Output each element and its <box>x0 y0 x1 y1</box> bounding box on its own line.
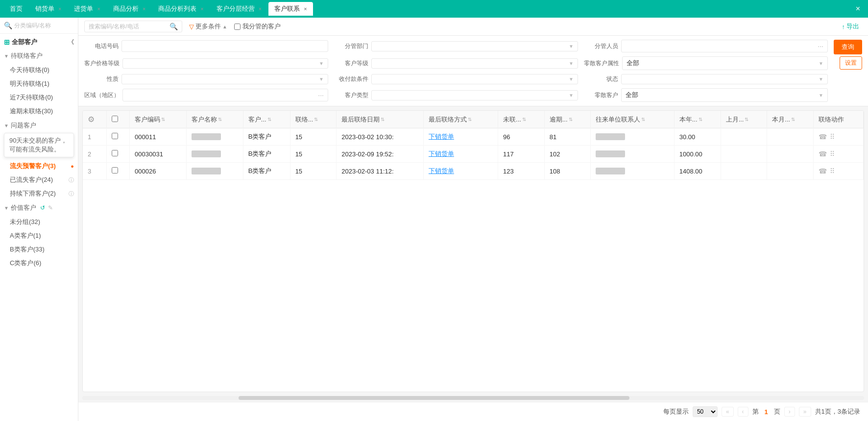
settings-btn[interactable]: 设置 <box>840 56 862 70</box>
refresh-icon[interactable]: ↺ <box>40 204 45 211</box>
region-select[interactable]: ··· <box>122 89 328 101</box>
payment-select[interactable]: ▼ <box>371 74 578 84</box>
filter-cell-nature: 性质 ▼ <box>84 74 328 84</box>
th-contact[interactable]: 联络... ⇅ <box>290 111 337 128</box>
nav-tab-analysis-label: 商品分析 <box>113 4 139 13</box>
td-method-2: 下销货单 <box>423 146 498 163</box>
sidebar-item-overdue[interactable]: 逾期未联络(30) <box>0 104 78 118</box>
contact-action-icon-2[interactable]: ☎ <box>819 150 827 158</box>
sidebar-item-typeA[interactable]: A类客户(1) <box>0 229 78 243</box>
th-overdue[interactable]: 逾期... ⇅ <box>544 111 591 128</box>
sidebar-item-today[interactable]: 今天待联络(0) <box>0 63 78 77</box>
th-this-month[interactable]: 本月... ⇅ <box>767 111 814 128</box>
sidebar-item-7days[interactable]: 近7天待联络(0) <box>0 91 78 104</box>
th-last-method[interactable]: 最后联络方式 ⇅ <box>423 111 498 128</box>
row-checkbox-3[interactable] <box>112 167 118 173</box>
query-btn[interactable]: 查询 <box>834 40 862 54</box>
current-page: 1 <box>763 408 770 416</box>
export-label: 导出 <box>846 22 859 31</box>
export-btn[interactable]: ↑ 导出 <box>839 21 863 32</box>
nav-tab-customer-segment-close[interactable]: × <box>259 6 262 12</box>
nav-tab-sales[interactable]: 销货单 × <box>29 2 67 16</box>
next-page-btn[interactable]: › <box>784 407 795 417</box>
method-link-2[interactable]: 下销货单 <box>429 150 454 157</box>
scrollbar-thumb[interactable] <box>239 396 629 400</box>
nav-tab-customer-segment[interactable]: 客户分层经营 × <box>211 2 267 16</box>
sidebar-item-tomorrow[interactable]: 明天待联络(1) <box>0 77 78 91</box>
nav-tab-analysis[interactable]: 商品分析 × <box>107 2 151 16</box>
sidebar-search-input[interactable] <box>14 22 78 29</box>
person-more-icon[interactable]: ··· <box>818 42 823 50</box>
sidebar-group-problem[interactable]: ▼ 问题客户 <box>0 118 78 133</box>
nav-tab-analysis-list[interactable]: 商品分析列表 × <box>152 2 209 16</box>
th-last-date[interactable]: 最后联络日期 ⇅ <box>337 111 424 128</box>
collapse-icon: 《 <box>68 38 74 47</box>
filter-cell-cust-type: 客户类型 ▼ <box>334 90 578 100</box>
nav-tab-home[interactable]: 首页 <box>4 2 28 16</box>
main-search-input[interactable] <box>89 23 168 30</box>
dept-select[interactable]: ▼ <box>371 41 578 51</box>
retail-attr-select[interactable]: 全部 ▼ <box>622 56 828 70</box>
my-customers-checkbox-label[interactable]: 我分管的客户 <box>234 22 281 31</box>
per-page-select[interactable]: 50 100 200 <box>693 406 718 417</box>
sidebar-all-customers[interactable]: ⊞ 全部客户 《 <box>0 34 78 49</box>
sort-last-method-icon: ⇅ <box>468 117 472 122</box>
method-link-3[interactable]: 下销货单 <box>429 167 454 174</box>
retail-cust-select[interactable]: 全部 ▼ <box>621 88 828 102</box>
filter-panel: 电话号码 分管部门 ▼ 分管人员 <box>78 36 868 106</box>
th-this-year[interactable]: 本年... ⇅ <box>674 111 721 128</box>
nav-tab-customer-contact-close[interactable]: × <box>304 6 307 12</box>
th-not-contacted[interactable]: 未联... ⇅ <box>498 111 545 128</box>
cust-grade-select[interactable]: ▼ <box>371 58 578 69</box>
row-checkbox-1[interactable] <box>112 133 118 139</box>
horizontal-scrollbar[interactable] <box>82 396 864 400</box>
sidebar-item-typeC[interactable]: C类客户(6) <box>0 256 78 270</box>
row-checkbox-2[interactable] <box>112 150 118 156</box>
th-last-month[interactable]: 上月... ⇅ <box>721 111 767 128</box>
sort-contact-person-icon: ⇅ <box>641 117 645 122</box>
sidebar-search-icon: 🔍 <box>4 22 12 29</box>
sidebar-group-value[interactable]: ▼ 价值客户 ↺ ✎ <box>0 200 78 215</box>
sidebar-item-typeB[interactable]: B类客户(33) <box>0 243 78 256</box>
contact-action-icon-1[interactable]: ☎ <box>819 133 827 141</box>
more-conditions-btn[interactable]: ▽ 更多条件 ▲ <box>186 21 230 32</box>
price-grade-select[interactable]: ▼ <box>122 58 328 69</box>
nature-select[interactable]: ▼ <box>121 74 328 84</box>
prev-page-btn[interactable]: ‹ <box>738 407 748 417</box>
window-close-button[interactable]: × <box>852 4 864 13</box>
person-select[interactable]: ··· <box>621 40 828 52</box>
edit-icon[interactable]: ✎ <box>48 204 53 211</box>
my-customers-checkbox[interactable] <box>234 24 241 30</box>
nav-tab-purchase-close[interactable]: × <box>97 6 100 12</box>
td-lmonth-1 <box>721 128 767 146</box>
method-link-1[interactable]: 下销货单 <box>429 133 454 140</box>
main-search-icon[interactable]: 🔍 <box>169 23 178 30</box>
nav-tab-analysis-close[interactable]: × <box>143 6 145 12</box>
th-code[interactable]: 客户编码 ⇅ <box>130 111 187 128</box>
more-action-icon-1[interactable]: ⠿ <box>830 133 835 141</box>
table-settings-icon[interactable]: ⚙ <box>88 115 95 124</box>
sidebar-group-pending[interactable]: ▼ 待联络客户 <box>0 49 78 63</box>
more-action-icon-2[interactable]: ⠿ <box>830 150 835 158</box>
th-contact-person[interactable]: 往来单位联系人 ⇅ <box>591 111 674 128</box>
th-type[interactable]: 客户... ⇅ <box>243 111 290 128</box>
first-page-btn[interactable]: « <box>722 407 734 417</box>
sidebar-item-churned[interactable]: 已流失客户(24) ⓘ <box>0 173 78 187</box>
sidebar-item-churn-warning[interactable]: 流失预警客户(3) ● <box>0 159 78 173</box>
contact-action-icon-3[interactable]: ☎ <box>819 167 827 175</box>
sidebar-item-declining[interactable]: 持续下滑客户(2) ⓘ <box>0 187 78 200</box>
nav-tab-analysis-list-close[interactable]: × <box>200 6 203 12</box>
sidebar-item-ungrouped[interactable]: 未分组(32) <box>0 215 78 229</box>
select-all-checkbox[interactable] <box>112 116 118 122</box>
td-code-3: 000026 <box>130 163 187 180</box>
more-action-icon-3[interactable]: ⠿ <box>830 167 835 175</box>
nav-tab-sales-close[interactable]: × <box>58 6 61 12</box>
cust-type-select[interactable]: ▼ <box>371 90 578 100</box>
nav-tab-purchase[interactable]: 进货单 × <box>68 2 106 16</box>
th-name[interactable]: 客户名称 ⇅ <box>186 111 243 128</box>
region-more-icon[interactable]: ··· <box>318 91 324 99</box>
last-page-btn[interactable]: » <box>799 407 811 417</box>
phone-input[interactable] <box>121 40 328 52</box>
status-select[interactable]: ▼ <box>621 74 828 84</box>
nav-tab-customer-contact[interactable]: 客户联系 × <box>268 2 313 16</box>
